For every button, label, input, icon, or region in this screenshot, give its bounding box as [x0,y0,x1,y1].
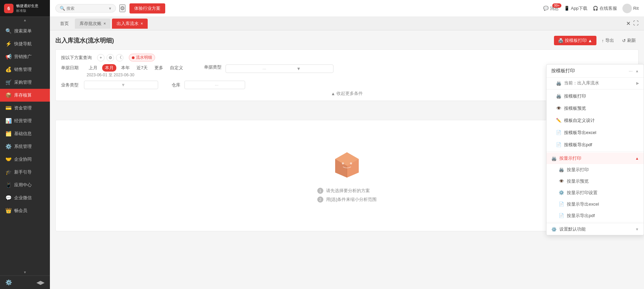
settings-bottom-icon[interactable]: ⚙️ [5,279,12,286]
empty-step-1: 1 请先选择要分析的方案 [317,186,377,195]
dropdown-item-template-pdf[interactable]: 📄 按模板导出pdf [547,139,644,151]
topbar-right: 💬 消息 99+ 📱 App下载 🎧 在线客服 Rit [543,4,639,13]
date-option-custom[interactable]: 自定义 [168,64,185,72]
search-box[interactable]: 🔍 ▼ [55,4,116,12]
filter-row-top: 按以下方案查询 + ⚙ 《 流水明细 [61,54,633,61]
date-option-this-month[interactable]: 本月 [102,64,116,72]
refresh-button[interactable]: ↺ 刷新 [619,36,639,45]
dropdown-dots-icon[interactable]: ··· [628,68,633,74]
doc-type-selector[interactable]: ··· ▼ [226,64,333,73]
filter-settings-button[interactable]: ⚙ [107,54,114,61]
tab-in-out-flow-close[interactable]: × [141,21,143,26]
sidebar-item-finance[interactable]: 💳 资金管理 [0,102,50,114]
sidebar-item-label: 采购管理 [14,79,32,85]
sidebar: 6 畅捷通好生意 标准版 ▲ 🔍 搜索菜单 ⚡ 快捷导航 📢 营销推广 💰 销售… [0,0,50,289]
date-option-last-month[interactable]: 上月 [87,64,99,72]
refresh-icon: ↺ [622,38,626,43]
close-all-icon[interactable]: ✕ [626,20,631,27]
sidebar-item-label: 经营管理 [14,118,32,124]
app-download-item[interactable]: 📱 App下载 [564,5,587,11]
sidebar-item-marketing[interactable]: 📢 营销推广 [0,50,50,63]
step-2-num: 2 [317,196,323,203]
dropdown-display-section-header[interactable]: 🖨️ 按显示打印 ▲ [547,153,644,164]
online-service-item[interactable]: 🎧 在线客服 [593,5,617,11]
filter-tag-flow[interactable]: 流水明细 [129,54,155,61]
user-item[interactable]: Rit [622,4,639,13]
search-input[interactable] [66,6,107,11]
sidebar-item-purchase[interactable]: 🛒 采购管理 [0,76,50,89]
dropdown-current-item[interactable]: 🖨️ 当前：出入库流水 ▶ [547,78,644,88]
dropdown-sub-display-print[interactable]: 🖨️ 按显示打印 [547,164,644,176]
display-print-header-icon: 🖨️ [551,156,557,161]
sidebar-scroll-up[interactable]: ▲ [0,17,50,23]
tab-batch-account-close[interactable]: × [104,21,106,26]
sidebar-item-member[interactable]: 👑 畅会员 [0,204,50,217]
sidebar-item-search[interactable]: 🔍 搜索菜单 [0,25,50,37]
dropdown-footer[interactable]: ⚙️ 设置默认功能 ▼ [547,223,644,235]
date-option-7-days[interactable]: 近7天 [135,64,150,72]
app-download-icon: 📱 [564,6,569,11]
marketing-icon: 📢 [5,54,11,60]
warehouse-selector[interactable]: ··· [184,81,245,89]
export-button[interactable]: ↑ 导出 [599,36,617,45]
dropdown-sub-display-preview[interactable]: 👁️ 按显示预览 [547,176,644,187]
print-template-button[interactable]: 🖨️ 按模板打印 ▲ [554,36,596,45]
dropdown-item-template-preview[interactable]: 👁️ 按模板预览 [547,102,644,114]
settings-footer-icon: ⚙️ [551,227,557,232]
sidebar-item-wechat[interactable]: 💬 企业微信 [0,191,50,204]
page-actions-area: 🖨️ 按模板打印 ▲ ↑ 导出 ↺ 刷新 [554,36,639,45]
dropdown-current-label: 当前：出入库流水 [564,80,634,86]
expand-icon[interactable]: ⛶ [633,20,639,27]
dropdown-header-label: 按模板打印 [551,68,575,74]
sidebar-item-label: 系统管理 [14,143,32,150]
dropdown-item-template-print[interactable]: 🖨️ 按模板打印 [547,90,644,102]
dropdown-sub-display-settings[interactable]: ⚙️ 按显示打印设置 [547,187,644,199]
tab-in-out-flow[interactable]: 出入库流水 × [112,19,148,29]
sidebar-item-enterprise[interactable]: 🤝 企业协同 [0,153,50,166]
step-1-num: 1 [317,188,323,194]
sidebar-item-guide[interactable]: 🎓 新手引导 [0,166,50,179]
chevron-up-icon[interactable]: ▲ [635,69,639,73]
date-option-more[interactable]: 更多 [152,64,165,72]
sidebar-item-quick-nav[interactable]: ⚡ 快捷导航 [0,37,50,50]
business-type-selector[interactable]: ▼ [84,81,158,89]
collapse-sidebar-icon[interactable]: ◀▶ [36,279,45,286]
inventory-icon: 📦 [5,92,11,98]
dropdown-sub-display-preview-label: 按显示预览 [567,178,589,184]
sidebar-item-label: 应用中心 [14,182,32,188]
dropdown-item-template-print-label: 按模板打印 [564,93,586,99]
dropdown-sub-display-excel[interactable]: 📄 按显示导出excel [547,199,644,210]
collapse-filter-button[interactable]: 《 [116,54,123,61]
dropdown-sub-display-pdf[interactable]: 📄 按显示导出pdf [547,210,644,221]
tab-batch-account[interactable]: 库存批次账 × [75,19,111,29]
dropdown-item-template-excel[interactable]: 📄 按模板导出excel [547,127,644,139]
message-item[interactable]: 💬 消息 99+ [543,5,559,11]
dropdown-item-template-custom[interactable]: ✏️ 模板自定义设计 [547,114,644,127]
date-option-this-year[interactable]: 本年 [119,64,132,72]
step-2-text: 用[选]条件来缩小分析范围 [326,195,377,204]
sidebar-scroll-down[interactable]: ▼ [0,269,50,275]
search-icon: 🔍 [60,6,65,11]
trial-button[interactable]: 体验行业方案 [129,3,165,14]
collapse-label: 收起更多条件 [336,90,363,97]
excel-icon: 📄 [556,130,561,135]
empty-steps: 1 请先选择要分析的方案 2 用[选]条件来缩小分析范围 [317,186,377,204]
sidebar-item-operations[interactable]: 📊 经营管理 [0,114,50,127]
logo-icon: 6 [4,4,13,13]
sidebar-item-system[interactable]: ⚙️ 系统管理 [0,140,50,153]
sidebar-item-label: 基础信息 [14,131,32,137]
purchase-icon: 🛒 [5,79,11,85]
guide-icon: 🎓 [5,169,11,175]
quick-nav-icon: ⚡ [5,41,11,47]
filter-actions: + ⚙ 《 [97,54,123,61]
sidebar-item-label: 企业协同 [14,156,32,162]
sidebar-item-basic[interactable]: 🗂️ 基础信息 [0,127,50,140]
gear-icon[interactable]: ⚙ [119,4,125,12]
sales-icon: 💰 [5,67,11,73]
sidebar-item-inventory[interactable]: 📦 库存核算 [0,89,50,102]
tab-home[interactable]: 首页 [55,19,74,29]
add-filter-button[interactable]: + [97,54,105,61]
sidebar-item-sales[interactable]: 💰 销售管理 [0,63,50,76]
sidebar-item-apps[interactable]: 📱 应用中心 [0,179,50,191]
sidebar-item-label: 库存核算 [14,92,32,98]
